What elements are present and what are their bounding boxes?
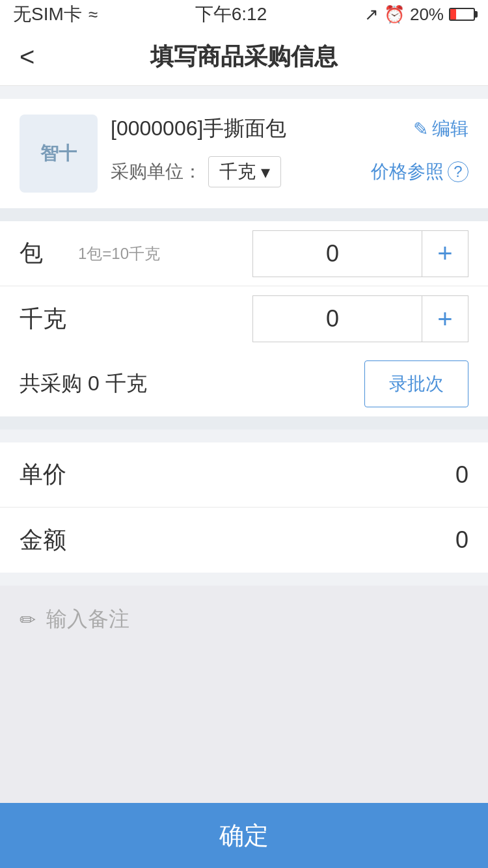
kg-quantity-input[interactable]: [252, 295, 422, 342]
kg-plus-button[interactable]: +: [422, 295, 468, 342]
unit-select[interactable]: 千克 ▾: [208, 156, 281, 187]
product-name-row: [0000006]手撕面包 ✎ 编辑: [111, 115, 468, 143]
bag-plus-button[interactable]: +: [422, 230, 468, 277]
price-ref-label: 价格参照: [371, 159, 444, 184]
wifi-icon: ≈: [88, 5, 98, 25]
bag-input-controls: +: [252, 230, 468, 277]
unit-label: 采购单位：: [111, 159, 202, 184]
carrier-text: 无SIM卡: [13, 2, 82, 27]
product-thumbnail: 智十: [20, 115, 98, 193]
status-left: 无SIM卡 ≈: [13, 2, 98, 27]
product-name: [0000006]手撕面包: [111, 115, 286, 143]
note-placeholder: 输入备注: [46, 605, 129, 634]
status-right: ↗ ⏰ 20%: [364, 5, 475, 25]
page-title: 填写商品采购信息: [150, 41, 338, 73]
pencil-icon: ✏: [20, 608, 36, 631]
record-batch-label: 录批次: [389, 372, 444, 396]
kg-input-controls: +: [252, 295, 468, 342]
kg-input-row: 千克 +: [0, 286, 488, 351]
product-unit-row: 采购单位： 千克 ▾ 价格参照 ?: [111, 156, 468, 187]
amount-label: 金额: [20, 524, 66, 556]
amount-value: 0: [455, 526, 468, 554]
note-section[interactable]: ✏ 输入备注: [0, 586, 488, 653]
amount-row: 金额 0: [0, 508, 488, 573]
kg-label: 千克: [20, 303, 72, 335]
bag-input-row: 包 1包=10千克 +: [0, 221, 488, 286]
back-button[interactable]: <: [20, 42, 34, 72]
bag-label: 包: [20, 237, 72, 269]
battery-percent: 20%: [410, 5, 444, 25]
edit-icon: ✎: [413, 118, 428, 140]
price-section: 单价 0 金额 0: [0, 442, 488, 573]
status-bar: 无SIM卡 ≈ 下午6:12 ↗ ⏰ 20%: [0, 0, 488, 29]
confirm-button[interactable]: 确定: [0, 803, 488, 868]
status-time: 下午6:12: [195, 2, 267, 27]
unit-price-label: 单价: [20, 459, 66, 491]
bag-sub-label: 1包=10千克: [78, 243, 160, 264]
confirm-label: 确定: [219, 819, 269, 852]
unit-value: 千克: [219, 159, 256, 184]
product-thumb-text: 智十: [40, 141, 77, 166]
battery-indicator: [449, 8, 475, 21]
summary-row: 共采购 0 千克 录批次: [0, 351, 488, 416]
product-card: 智十 [0000006]手撕面包 ✎ 编辑 采购单位： 千克 ▾: [0, 99, 488, 208]
bag-quantity-input[interactable]: [252, 230, 422, 277]
nav-bar: < 填写商品采购信息: [0, 29, 488, 86]
edit-button[interactable]: ✎ 编辑: [413, 116, 468, 141]
section-divider-1: [0, 208, 488, 221]
input-section: 包 1包=10千克 + 千克 +: [0, 221, 488, 351]
unit-price-row: 单价 0: [0, 442, 488, 508]
record-batch-button[interactable]: 录批次: [364, 360, 468, 407]
edit-label: 编辑: [432, 116, 468, 141]
section-divider-2: [0, 416, 488, 429]
alarm-icon: ⏰: [384, 5, 405, 25]
location-icon: ↗: [364, 5, 379, 25]
product-info: [0000006]手撕面包 ✎ 编辑 采购单位： 千克 ▾ 价格参照 ?: [111, 115, 468, 187]
help-icon: ?: [448, 161, 468, 182]
dropdown-arrow-icon: ▾: [261, 161, 270, 183]
price-ref-button[interactable]: 价格参照 ?: [371, 159, 468, 184]
unit-price-value: 0: [455, 461, 468, 489]
bottom-filler: [0, 653, 488, 803]
summary-text: 共采购 0 千克: [20, 370, 147, 398]
